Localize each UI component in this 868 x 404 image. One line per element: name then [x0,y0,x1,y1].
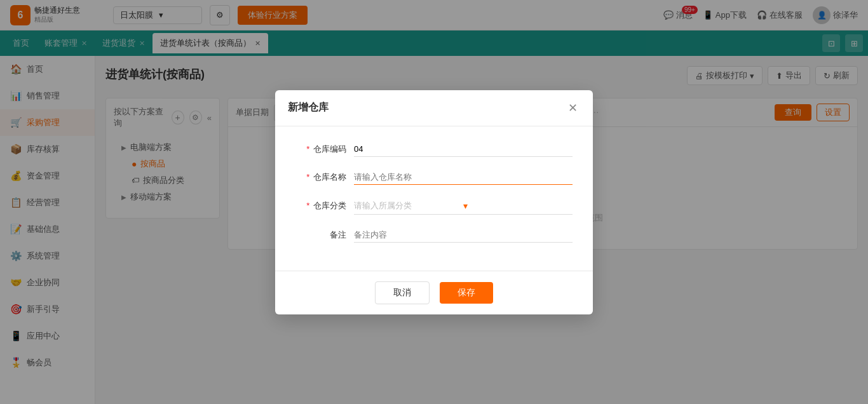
dialog-footer: 取消 保存 [275,271,593,314]
warehouse-category-select[interactable]: 请输入所属分类 ▾ [354,198,573,215]
form-label-category: * 仓库分类 [295,200,346,212]
warehouse-code-input[interactable] [354,142,573,157]
form-label-name: * 仓库名称 [295,172,346,183]
dialog-header: 新增仓库 ✕ [275,90,593,126]
form-row-category: * 仓库分类 请输入所属分类 ▾ [295,198,573,215]
warehouse-name-input[interactable] [354,170,573,185]
dialog-title: 新增仓库 [288,101,329,114]
modal-overlay: 新增仓库 ✕ * 仓库编码 * 仓库名称 [0,0,868,404]
required-mark-category: * [306,201,309,210]
category-placeholder: 请输入所属分类 [354,200,463,212]
form-label-code: * 仓库编码 [295,144,346,155]
warehouse-remark-input[interactable] [354,227,573,243]
cancel-button[interactable]: 取消 [375,281,430,304]
form-row-code: * 仓库编码 [295,142,573,157]
required-mark-code: * [306,144,309,154]
form-row-name: * 仓库名称 [295,170,573,185]
category-dropdown-icon: ▾ [463,201,573,211]
form-row-remark: 备注 [295,227,573,243]
add-warehouse-dialog: 新增仓库 ✕ * 仓库编码 * 仓库名称 [275,90,593,314]
dialog-close-icon[interactable]: ✕ [565,100,580,116]
form-label-remark: 备注 [295,229,346,241]
save-button[interactable]: 保存 [440,282,493,304]
dialog-body: * 仓库编码 * 仓库名称 * 仓库分类 请输入所属 [275,126,593,271]
required-mark-name: * [306,172,309,182]
